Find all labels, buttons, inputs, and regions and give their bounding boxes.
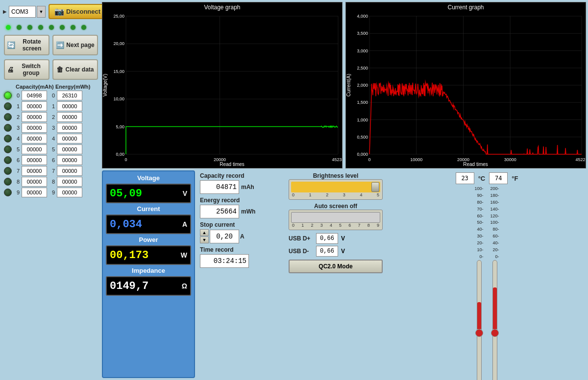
channel-cap-num-5: 5 [49, 146, 55, 152]
switch-group-button[interactable]: 🖨 Switch group [4, 59, 49, 80]
usb-dn-unit: V [341, 248, 345, 255]
channel-energy-4[interactable] [57, 134, 82, 143]
energy-record-label: Energy record [200, 197, 282, 204]
channel-cap-0[interactable] [22, 91, 47, 100]
action-buttons: 🔄 Rotate screen ➡️ Next page [2, 34, 100, 56]
channel-indicator-9 [4, 189, 12, 196]
clear-data-button[interactable]: 🗑 Clear data [52, 59, 98, 80]
channel-energy-3[interactable] [57, 123, 82, 133]
stop-current-input[interactable] [210, 230, 239, 243]
channel-energy-5[interactable] [57, 144, 82, 154]
channel-indicator-0 [4, 92, 12, 99]
fahrenheit-fill [493, 287, 497, 329]
next-label: Next page [66, 42, 94, 48]
channel-row-6: 6 6 [4, 155, 98, 165]
led-0 [6, 25, 11, 30]
switch-label: Switch group [16, 63, 47, 76]
channel-num-0: 0 [14, 93, 20, 98]
channel-cap-3[interactable] [22, 123, 47, 133]
capacity-record-input-row: mAh [200, 180, 282, 194]
channel-energy-0[interactable] [57, 91, 82, 100]
channel-cap-8[interactable] [22, 177, 47, 187]
channel-table: Capacity(mAh) Energy(mWh) 0 0 1 1 2 2 3 [2, 83, 100, 378]
brightness-slider-container[interactable]: 0 1 2 3 4 5 [289, 179, 383, 200]
energy-record-input[interactable] [200, 205, 239, 218]
qc-mode-button[interactable]: QC2.0 Mode [289, 260, 383, 273]
stop-current-down[interactable]: ▼ [200, 237, 209, 243]
current-value: 0,034 [110, 218, 142, 231]
usb-dp-input[interactable] [316, 233, 338, 244]
channel-indicator-7 [4, 167, 12, 175]
usb-dp-label: USB D+ [289, 235, 313, 242]
current-graph-area [346, 12, 586, 169]
celsius-input[interactable] [456, 172, 474, 184]
next-icon: ➡️ [56, 41, 64, 49]
disconnect-button[interactable]: 📷 Disconnect [49, 4, 106, 19]
channel-cap-9[interactable] [22, 188, 47, 197]
disconnect-label: Disconnect [66, 8, 100, 15]
channel-energy-7[interactable] [57, 166, 82, 176]
channel-num-8: 8 [14, 179, 20, 185]
channel-indicator-4 [4, 135, 12, 142]
channel-energy-9[interactable] [57, 188, 82, 197]
voltage-graph-area [102, 12, 342, 169]
clear-icon: 🗑 [56, 66, 63, 73]
graphs-row: Voltage graph Current graph [102, 2, 586, 168]
next-page-button[interactable]: ➡️ Next page [52, 35, 98, 55]
channel-cap-2[interactable] [22, 112, 47, 122]
energy-unit: mWh [241, 208, 255, 215]
channel-row-2: 2 2 [4, 112, 98, 122]
channel-energy-6[interactable] [57, 155, 82, 165]
channel-row-4: 4 4 [4, 134, 98, 143]
channel-num-4: 4 [14, 136, 20, 142]
channel-cap-4[interactable] [22, 134, 47, 143]
auto-screen-ticks: 0 1 2 3 4 5 6 7 8 9 [291, 223, 380, 228]
time-record-input[interactable] [200, 254, 249, 268]
led-3 [38, 25, 43, 30]
current-graph-container: Current graph [345, 2, 586, 168]
celsius-scale: 100- 90- 80- 70- 60- 50- 40- 30- 20- 10-… [474, 186, 483, 259]
usb-dn-input[interactable] [316, 246, 338, 257]
usb-dn-row: USB D- V [289, 246, 383, 257]
impedance-unit: Ω [182, 282, 187, 290]
channel-cap-num-9: 9 [49, 190, 55, 195]
stop-current-block: Stop current ▲ ▼ A [200, 221, 282, 243]
celsius-tube [474, 260, 485, 333]
left-panel: ▶ ▼ 📷 Disconnect 🔄 Rotate screen [2, 2, 100, 378]
com-port-input[interactable] [9, 6, 36, 18]
com-port-dropdown[interactable]: ▼ [37, 6, 46, 18]
channel-energy-8[interactable] [57, 177, 82, 187]
fahrenheit-bulb [491, 329, 499, 337]
voltage-value: 05,09 [110, 188, 142, 200]
channel-cap-num-0: 0 [49, 93, 55, 98]
auto-screen-slider-container[interactable]: 0 1 2 3 4 5 6 7 8 9 [289, 210, 383, 230]
channel-num-7: 7 [14, 168, 20, 174]
fahrenheit-input[interactable] [489, 172, 508, 184]
channel-cap-6[interactable] [22, 155, 47, 165]
channel-cap-num-7: 7 [49, 168, 55, 174]
brightness-handle[interactable] [371, 182, 379, 192]
auto-screen-slider[interactable] [291, 212, 380, 223]
channel-cap-5[interactable] [22, 144, 47, 154]
com-select: ▶ ▼ [3, 6, 46, 18]
channel-row-1: 1 1 [4, 101, 98, 111]
voltage-graph-canvas [102, 12, 342, 168]
channel-cap-1[interactable] [22, 101, 47, 111]
capacity-record-input[interactable] [200, 180, 239, 194]
channel-row-5: 5 5 [4, 144, 98, 154]
temperature-displays: °C °F [456, 172, 518, 184]
brightness-slider[interactable] [291, 182, 380, 192]
current-unit: A [182, 220, 187, 228]
energy-header: Energy(mWh) [55, 84, 82, 90]
capacity-record-row: Capacity record mAh [200, 172, 282, 194]
impedance-label: Impedance [106, 267, 191, 274]
channel-cap-num-6: 6 [49, 157, 55, 163]
channel-num-6: 6 [14, 157, 20, 163]
rotate-screen-button[interactable]: 🔄 Rotate screen [4, 35, 49, 55]
channel-energy-2[interactable] [57, 112, 82, 122]
channel-energy-1[interactable] [57, 101, 82, 111]
channel-row-3: 3 3 [4, 123, 98, 133]
stop-current-up[interactable]: ▲ [200, 229, 209, 236]
channel-row-7: 7 7 [4, 166, 98, 176]
channel-cap-7[interactable] [22, 166, 47, 176]
